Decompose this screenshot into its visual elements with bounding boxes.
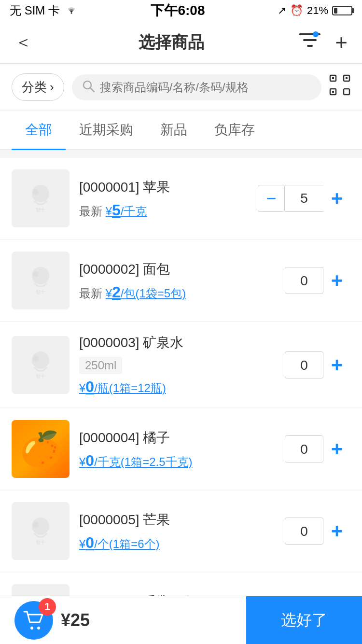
- product-name: [0000004] 橘子: [79, 429, 275, 447]
- svg-text:智十: 智十: [36, 207, 45, 212]
- quantity-display: 0: [285, 518, 323, 545]
- product-info: [0000002] 面包 最新 ¥2/包(1袋=5包): [79, 260, 275, 301]
- list-item: 智十 [0000002] 面包 最新 ¥2/包(1袋=5包) 0 +: [0, 240, 362, 321]
- status-right: ↗ ⏰ 21%: [278, 4, 352, 17]
- list-item: 🍊 [0000004] 橘子 ¥0/千克(1箱=2.5千克) 0 +: [0, 408, 362, 490]
- add-button[interactable]: +: [335, 30, 348, 55]
- time-display: 下午6:08: [151, 1, 205, 20]
- svg-point-0: [71, 13, 72, 14]
- svg-point-36: [37, 627, 40, 630]
- confirm-button[interactable]: 选好了: [246, 596, 362, 644]
- product-info: [0000003] 矿泉水 250ml ¥0/瓶(1箱=12瓶): [79, 334, 275, 396]
- tab-negative[interactable]: 负库存: [201, 111, 268, 150]
- filter-button[interactable]: [299, 31, 320, 53]
- status-bar: 无 SIM 卡 下午6:08 ↗ ⏰ 21%: [0, 0, 362, 21]
- battery-percent: 21%: [307, 4, 328, 17]
- svg-rect-12: [332, 91, 334, 93]
- product-price: ¥0/千克(1箱=2.5千克): [79, 452, 275, 470]
- product-image: 智十: [12, 502, 70, 560]
- cart-area: 1 ¥25: [0, 601, 246, 640]
- increase-button[interactable]: +: [323, 351, 350, 378]
- svg-rect-10: [332, 77, 334, 79]
- svg-rect-3: [307, 45, 313, 47]
- tab-bar: 全部 近期采购 新品 负库存: [0, 111, 362, 150]
- product-name: [0000003] 矿泉水: [79, 334, 275, 352]
- product-name: [0000005] 芒果: [79, 511, 275, 529]
- qty-control: − +: [258, 185, 350, 212]
- svg-line-6: [90, 88, 94, 92]
- cart-button[interactable]: 1: [14, 601, 53, 640]
- list-item: 智十 [0000003] 矿泉水 250ml ¥0/瓶(1箱=12瓶) 0 +: [0, 322, 362, 407]
- tab-all[interactable]: 全部: [12, 111, 66, 150]
- svg-point-18: [33, 189, 39, 195]
- svg-text:智十: 智十: [36, 374, 45, 379]
- category-label: 分类: [22, 79, 47, 96]
- product-name: [0000002] 面包: [79, 260, 275, 279]
- qty-control: 0 +: [285, 351, 350, 378]
- product-image: 智十: [12, 169, 70, 227]
- increase-button[interactable]: +: [323, 518, 350, 545]
- svg-point-21: [33, 271, 39, 277]
- back-button[interactable]: ＜: [14, 30, 43, 54]
- category-button[interactable]: 分类 ›: [12, 73, 64, 101]
- product-price: 最新 ¥2/包(1袋=5包): [79, 283, 275, 301]
- page-title: 选择商品: [139, 31, 204, 54]
- svg-point-35: [30, 627, 33, 630]
- product-info: [0000005] 芒果 ¥0/个(1箱=6个): [79, 511, 275, 552]
- product-price: ¥0/瓶(1箱=12瓶): [79, 378, 275, 396]
- search-input[interactable]: [100, 81, 312, 94]
- bottom-bar: 1 ¥25 选好了: [0, 596, 362, 644]
- decrease-button[interactable]: −: [258, 185, 285, 212]
- quantity-display: 0: [285, 351, 323, 378]
- increase-button[interactable]: +: [323, 267, 350, 294]
- svg-rect-2: [303, 39, 317, 41]
- svg-rect-11: [346, 77, 348, 79]
- svg-text:智十: 智十: [36, 289, 45, 294]
- status-left: 无 SIM 卡: [10, 3, 78, 18]
- quantity-display: 0: [285, 435, 323, 462]
- nav-actions: +: [299, 30, 348, 55]
- quantity-display: 0: [285, 267, 323, 294]
- placeholder-icon: 智十: [24, 348, 57, 382]
- tab-recent[interactable]: 近期采购: [66, 111, 147, 150]
- product-info: [0000001] 苹果 最新 ¥5/千克: [79, 178, 248, 219]
- wifi-icon: [65, 4, 78, 17]
- qty-control: 0 +: [285, 435, 350, 462]
- qty-control: 0 +: [285, 267, 350, 294]
- carrier-text: 无 SIM 卡: [10, 3, 60, 18]
- quantity-input[interactable]: [285, 185, 323, 212]
- increase-button[interactable]: +: [323, 185, 350, 212]
- product-price: 最新 ¥5/千克: [79, 201, 248, 219]
- svg-point-27: [33, 522, 39, 528]
- alarm-icon: ⏰: [290, 4, 303, 17]
- svg-point-4: [313, 31, 319, 37]
- filter-bar: 分类 ›: [0, 64, 362, 111]
- tab-new[interactable]: 新品: [147, 111, 201, 150]
- increase-button[interactable]: +: [323, 435, 350, 462]
- search-box: [72, 74, 321, 100]
- list-item: 智十 [0000001] 苹果 最新 ¥5/千克 − +: [0, 158, 362, 239]
- search-icon: [82, 79, 95, 96]
- product-spec: 250ml: [79, 357, 122, 374]
- product-image: 智十: [12, 252, 70, 309]
- battery-icon: [332, 6, 352, 15]
- scan-button[interactable]: [329, 74, 350, 100]
- product-info: [0000004] 橘子 ¥0/千克(1箱=2.5千克): [79, 429, 275, 470]
- location-icon: ↗: [278, 4, 286, 17]
- svg-point-24: [33, 356, 39, 362]
- placeholder-icon: 智十: [24, 514, 57, 548]
- product-image: 智十: [12, 336, 70, 394]
- product-image: 🍊: [12, 420, 70, 478]
- product-list: 智十 [0000001] 苹果 最新 ¥5/千克 − + 智十 [0000002…: [0, 150, 362, 644]
- svg-text:智十: 智十: [36, 540, 45, 545]
- category-chevron: ›: [50, 80, 54, 95]
- placeholder-icon: 智十: [24, 182, 57, 215]
- qty-control: 0 +: [285, 518, 350, 545]
- cart-badge: 1: [39, 598, 56, 616]
- cart-total: ¥25: [61, 610, 90, 630]
- product-name: [0000001] 苹果: [79, 178, 248, 196]
- placeholder-icon: 智十: [24, 264, 57, 297]
- product-price: ¥0/个(1箱=6个): [79, 534, 275, 552]
- nav-bar: ＜ 选择商品 +: [0, 21, 362, 64]
- list-item: 智十 [0000005] 芒果 ¥0/个(1箱=6个) 0 +: [0, 490, 362, 572]
